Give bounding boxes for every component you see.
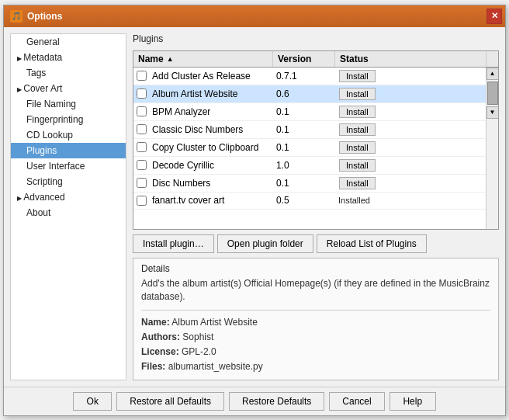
col-header-status: Status	[335, 51, 486, 67]
details-name-label: Name:	[141, 317, 170, 328]
options-window: 🎵 Options ✕ GeneralMetadataTagsCover Art…	[3, 5, 506, 416]
details-authors-label: Authors:	[141, 331, 180, 342]
table-row-add-cluster[interactable]: Add Cluster As Release0.7.1Install	[133, 68, 486, 85]
col-header-name: Name ▲	[133, 51, 273, 67]
reload-list-button[interactable]: Reload List of Plugins	[317, 234, 427, 253]
window-title: Options	[27, 11, 62, 22]
main-panel: Plugins Name ▲ Version Status Add Cluste…	[133, 33, 499, 380]
details-files-label: Files:	[141, 361, 165, 372]
table-row-disc-numbers[interactable]: Disc Numbers0.1Install	[133, 175, 486, 193]
ok-button[interactable]: Ok	[73, 392, 112, 411]
row-name-fanart: fanart.tv cover art	[149, 193, 273, 207]
details-files-value: albumartist_website.py	[168, 361, 263, 372]
install-btn-copy-cluster[interactable]: Install	[339, 141, 376, 154]
details-license-value: GPL-2.0	[182, 346, 216, 357]
sidebar-item-cd-lookup[interactable]: CD Lookup	[11, 127, 126, 143]
row-status-classic-disc: Install	[335, 121, 486, 138]
table-row-fanart[interactable]: fanart.tv cover art0.5Installed	[133, 193, 486, 210]
sort-arrow: ▲	[167, 55, 174, 63]
row-status-fanart: Installed	[335, 193, 486, 207]
cancel-button[interactable]: Cancel	[329, 392, 384, 411]
open-folder-button[interactable]: Open plugin folder	[217, 234, 313, 253]
sidebar-item-cover-art[interactable]: Cover Art	[11, 81, 126, 96]
row-checkbox-decode-cyrillic[interactable]	[133, 160, 149, 170]
row-checkbox-classic-disc[interactable]	[133, 124, 149, 134]
sidebar-item-tags[interactable]: Tags	[11, 65, 126, 81]
table-body: Add Cluster As Release0.7.1InstallAlbum …	[133, 68, 486, 230]
details-license-label: License:	[141, 346, 179, 357]
install-btn-add-cluster[interactable]: Install	[339, 70, 376, 82]
row-version-add-cluster: 0.7.1	[273, 69, 335, 83]
row-version-album-artist: 0.6	[273, 87, 335, 101]
details-name-value: Album Artist Website	[171, 317, 257, 328]
row-status-album-artist: Install	[335, 85, 486, 102]
details-license-row: License: GPL-2.0	[141, 345, 490, 359]
content-area: GeneralMetadataTagsCover ArtFile NamingF…	[4, 27, 505, 387]
install-btn-decode-cyrillic[interactable]: Install	[339, 159, 376, 172]
sidebar-item-general[interactable]: General	[11, 34, 126, 50]
table-row-copy-cluster[interactable]: Copy Cluster to Clipboard0.1Install	[133, 139, 486, 157]
table-row-classic-disc[interactable]: Classic Disc Numbers0.1Install	[133, 121, 486, 139]
table-scrollbar: ▲ ▼	[486, 68, 498, 230]
plugins-action-buttons: Install plugin… Open plugin folder Reloa…	[133, 234, 499, 253]
restore-all-button[interactable]: Restore all Defaults	[116, 392, 224, 411]
row-version-bpm: 0.1	[273, 105, 335, 119]
row-status-disc-numbers: Install	[335, 175, 486, 192]
install-btn-bpm[interactable]: Install	[339, 106, 376, 118]
sidebar: GeneralMetadataTagsCover ArtFile NamingF…	[10, 33, 126, 380]
row-name-classic-disc: Classic Disc Numbers	[149, 123, 273, 137]
row-checkbox-disc-numbers[interactable]	[133, 178, 149, 188]
sidebar-item-file-naming[interactable]: File Naming	[11, 96, 126, 112]
details-panel: Details Add's the album artist(s) Offici…	[133, 258, 499, 380]
sidebar-item-metadata[interactable]: Metadata	[11, 50, 126, 65]
scroll-thumb[interactable]	[487, 82, 498, 105]
footer: Ok Restore all Defaults Restore Defaults…	[4, 387, 505, 415]
install-btn-classic-disc[interactable]: Install	[339, 123, 376, 136]
sidebar-item-scripting[interactable]: Scripting	[11, 174, 126, 189]
install-plugin-button[interactable]: Install plugin…	[133, 234, 214, 253]
details-description: Add's the album artist(s) Official Homep…	[141, 277, 490, 304]
row-name-decode-cyrillic: Decode Cyrillic	[149, 158, 273, 172]
sidebar-item-plugins[interactable]: Plugins	[11, 143, 126, 158]
table-row-decode-cyrillic[interactable]: Decode Cyrillic1.0Install	[133, 157, 486, 175]
table-row-album-artist[interactable]: Album Artist Website0.6Install	[133, 85, 486, 103]
details-files-row: Files: albumartist_website.py	[141, 359, 490, 374]
install-btn-album-artist[interactable]: Install	[339, 88, 376, 100]
row-version-copy-cluster: 0.1	[273, 141, 335, 154]
sidebar-item-fingerprinting[interactable]: Fingerprinting	[11, 112, 126, 127]
row-checkbox-fanart[interactable]	[133, 196, 149, 206]
sidebar-item-advanced[interactable]: Advanced	[11, 189, 126, 205]
row-name-album-artist: Album Artist Website	[149, 87, 273, 101]
row-checkbox-add-cluster[interactable]	[133, 71, 149, 81]
row-status-bpm: Install	[335, 103, 486, 120]
table-row-bpm[interactable]: BPM Analyzer0.1Install	[133, 103, 486, 121]
row-checkbox-bpm[interactable]	[133, 106, 149, 116]
row-checkbox-album-artist[interactable]	[133, 89, 149, 99]
sidebar-item-about[interactable]: About	[11, 205, 126, 220]
plugins-section-label: Plugins	[133, 33, 499, 44]
scroll-down-button[interactable]: ▼	[486, 106, 499, 119]
installed-label-fanart: Installed	[338, 196, 370, 205]
row-name-add-cluster: Add Cluster As Release	[149, 69, 273, 83]
row-name-disc-numbers: Disc Numbers	[149, 176, 273, 190]
row-version-disc-numbers: 0.1	[273, 176, 335, 190]
details-meta: Name: Album Artist Website Authors: Soph…	[141, 315, 490, 375]
plugins-table: Name ▲ Version Status Add Cluster As Rel…	[133, 50, 499, 231]
row-version-fanart: 0.5	[273, 193, 335, 207]
sidebar-item-user-interface[interactable]: User Interface	[11, 158, 126, 174]
details-title: Details	[141, 263, 490, 274]
row-name-copy-cluster: Copy Cluster to Clipboard	[149, 141, 273, 154]
close-button[interactable]: ✕	[486, 9, 502, 24]
row-version-decode-cyrillic: 1.0	[273, 158, 335, 172]
scroll-header-spacer	[486, 51, 498, 67]
row-version-classic-disc: 0.1	[273, 123, 335, 137]
details-divider	[141, 310, 490, 311]
row-name-bpm: BPM Analyzer	[149, 105, 273, 119]
help-button[interactable]: Help	[390, 392, 436, 411]
details-name-row: Name: Album Artist Website	[141, 315, 490, 330]
row-status-add-cluster: Install	[335, 68, 486, 85]
install-btn-disc-numbers[interactable]: Install	[339, 177, 376, 189]
scroll-up-button[interactable]: ▲	[486, 68, 499, 80]
row-checkbox-copy-cluster[interactable]	[133, 142, 149, 152]
restore-button[interactable]: Restore Defaults	[229, 392, 324, 411]
